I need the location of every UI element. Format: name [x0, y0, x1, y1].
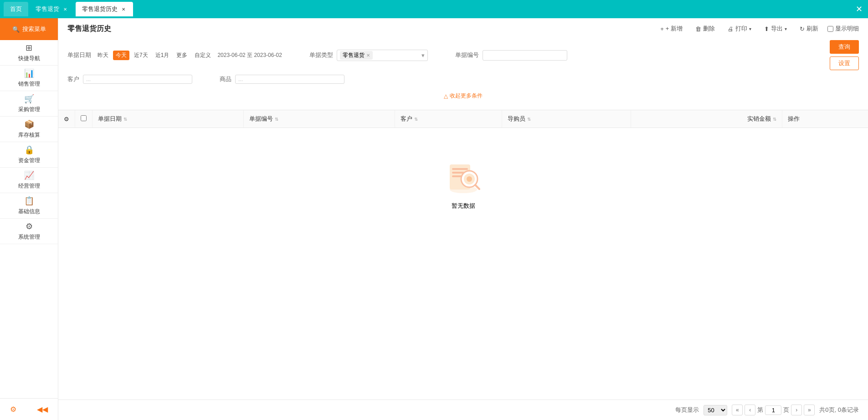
tab-retail-return-close[interactable]: ✕: [62, 6, 68, 12]
display-detail-checkbox[interactable]: 显示明细: [827, 25, 859, 33]
sidebar-item-system[interactable]: ⚙ 系统管理: [0, 219, 58, 244]
sidebar-item-quick-nav[interactable]: ⊞ 快捷导航: [0, 40, 58, 66]
page-title: 零售退货历史: [67, 24, 111, 34]
filter-section: 零售退货历史 + + 新增 🗑 删除 🖨 打印 ▾: [58, 18, 868, 110]
collapse-label: 收起更多条件: [450, 92, 483, 100]
display-detail-label: 显示明细: [835, 25, 859, 33]
date-btn-7days[interactable]: 近7天: [131, 51, 151, 60]
tab-home[interactable]: 首页: [4, 2, 28, 16]
pagination-bar: 每页显示 50 10 20 100 « ‹ 第 页 › » 共0页, 0条记录: [58, 400, 868, 420]
type-tag: 零售退货 ✕: [340, 51, 373, 60]
page-input[interactable]: [765, 405, 781, 415]
page-prev-button[interactable]: ‹: [745, 405, 755, 415]
print-button[interactable]: 🖨 打印 ▾: [724, 23, 755, 35]
filter-row-2: 客户 ... 商品 ...: [67, 75, 859, 84]
table-header-row: ⚙ 单据日期 ⇅ 单据编号: [58, 110, 868, 128]
refresh-button[interactable]: ↻ 刷新: [796, 23, 822, 35]
new-icon: +: [660, 26, 664, 32]
customer-input-container[interactable]: ...: [83, 75, 192, 84]
th-checkbox[interactable]: [75, 110, 92, 128]
page-first-button[interactable]: «: [732, 405, 743, 415]
guide-sort-icon: ⇅: [527, 117, 531, 122]
setting-button[interactable]: 设置: [830, 56, 859, 70]
sidebar-item-finance[interactable]: 🔒 资金管理: [0, 142, 58, 168]
th-guide[interactable]: 导购员 ⇅: [502, 110, 631, 128]
tab-retail-return[interactable]: 零售退货 ✕: [29, 2, 75, 16]
display-detail-input[interactable]: [827, 26, 833, 32]
th-customer[interactable]: 客户 ⇅: [395, 110, 502, 128]
th-action: 操作: [782, 110, 868, 128]
per-page-label: 每页显示: [675, 406, 699, 414]
settings-bottom-button[interactable]: ⚙: [10, 405, 16, 414]
collapse-row: △ 收起更多条件: [67, 88, 859, 105]
sidebar-search-label: 搜索菜单: [22, 25, 46, 33]
page-last-button[interactable]: »: [804, 405, 815, 415]
refresh-icon: ↻: [800, 26, 805, 32]
th-settings[interactable]: ⚙: [58, 110, 75, 128]
page-size-select[interactable]: 50 10 20 100: [704, 405, 727, 415]
date-btn-today[interactable]: 今天: [113, 51, 129, 60]
volume-bottom-button[interactable]: ◀◀: [37, 405, 48, 414]
th-date-label: 单据日期: [98, 115, 122, 123]
th-date[interactable]: 单据日期 ⇅: [92, 110, 244, 128]
type-tag-value: 零售退货: [343, 51, 365, 59]
new-button[interactable]: + + 新增: [657, 23, 686, 35]
quick-nav-icon: ⊞: [26, 43, 32, 53]
tab-list: 首页 零售退货 ✕ 零售退货历史 ✕: [4, 2, 854, 16]
type-tag-close[interactable]: ✕: [366, 53, 370, 58]
customer-sort-icon: ⇅: [414, 117, 418, 122]
filter-goods-item: 商品 ...: [220, 75, 344, 84]
voucher-label: 单据编号: [455, 51, 479, 59]
date-range-display: 2023-06-02 至 2023-06-02: [217, 51, 282, 59]
date-btn-1month[interactable]: 近1月: [153, 51, 172, 60]
select-all-checkbox[interactable]: [81, 115, 87, 121]
date-btn-yesterday[interactable]: 昨天: [95, 51, 111, 60]
type-tag-container[interactable]: 零售退货 ✕ ▾: [337, 50, 428, 61]
topbar-close-button[interactable]: ✕: [854, 2, 864, 16]
query-button[interactable]: 查询: [830, 40, 859, 54]
sidebar-item-label-purchase: 采购管理: [18, 106, 40, 113]
sidebar-item-basic-info[interactable]: 📋 基础信息: [0, 193, 58, 219]
sidebar-item-sales[interactable]: 📊 销售管理: [0, 66, 58, 91]
delete-label: 删除: [703, 25, 715, 33]
sidebar-item-operations[interactable]: 📈 经营管理: [0, 168, 58, 193]
filter-date-item: 单据日期 昨天 今天 近7天 近1月 更多 自定义 2023-06-02 至 2…: [67, 51, 282, 60]
sidebar-item-label-finance: 资金管理: [18, 157, 40, 164]
empty-state: 暂无数据: [58, 128, 868, 237]
date-buttons: 昨天 今天 近7天 近1月 更多 自定义: [95, 51, 214, 60]
th-number[interactable]: 单据编号 ⇅: [243, 110, 395, 128]
delete-button[interactable]: 🗑 删除: [692, 23, 719, 35]
th-amount[interactable]: 实销金额 ⇅: [631, 110, 782, 128]
sidebar-item-inventory[interactable]: 📦 库存核算: [0, 117, 58, 142]
page-nav: « ‹ 第 页 › »: [732, 405, 815, 415]
tab-retail-return-history[interactable]: 零售退货历史 ✕: [76, 2, 133, 16]
print-chevron-icon: ▾: [749, 26, 751, 31]
sidebar-item-label-basic-info: 基础信息: [18, 208, 40, 215]
th-customer-label: 客户: [401, 115, 412, 123]
sidebar-item-purchase[interactable]: 🛒 采购管理: [0, 91, 58, 117]
inventory-icon: 📦: [24, 119, 34, 129]
date-btn-custom[interactable]: 自定义: [192, 51, 214, 60]
export-chevron-icon: ▾: [785, 26, 787, 31]
export-icon: ⬆: [764, 26, 769, 32]
tab-retail-return-history-close[interactable]: ✕: [120, 6, 127, 12]
settings-icon[interactable]: ⚙: [64, 116, 69, 123]
delete-icon: 🗑: [695, 26, 701, 32]
print-icon: 🖨: [728, 26, 734, 32]
type-dropdown-icon[interactable]: ▾: [421, 52, 425, 59]
page-next-button[interactable]: ›: [791, 405, 802, 415]
collapse-button[interactable]: △ 收起更多条件: [444, 92, 483, 100]
system-icon: ⚙: [26, 221, 33, 231]
amount-sort-icon: ⇅: [773, 117, 776, 122]
sidebar-search[interactable]: 🔍 搜索菜单: [0, 18, 58, 40]
sidebar-bottom: ⚙ ◀◀: [0, 398, 58, 420]
basic-info-icon: 📋: [24, 196, 34, 206]
goods-placeholder: ...: [238, 76, 243, 82]
topbar: 首页 零售退货 ✕ 零售退货历史 ✕ ✕: [0, 0, 868, 18]
purchase-icon: 🛒: [24, 94, 34, 104]
date-btn-more[interactable]: 更多: [174, 51, 190, 60]
export-button[interactable]: ⬆ 导出 ▾: [760, 23, 791, 35]
number-sort-icon: ⇅: [275, 117, 278, 122]
goods-input-container[interactable]: ...: [235, 75, 344, 84]
voucher-input[interactable]: [483, 50, 567, 61]
